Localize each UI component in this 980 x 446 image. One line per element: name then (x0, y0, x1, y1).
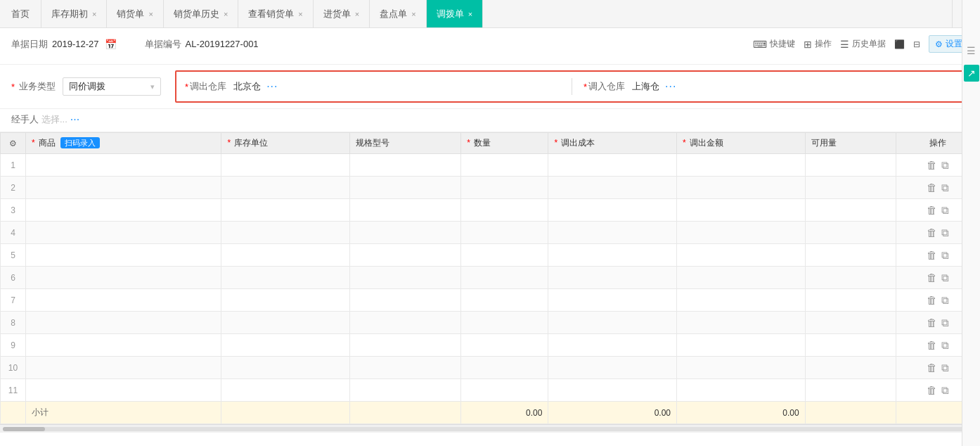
tab-sales-order-close[interactable]: × (148, 10, 153, 18)
row-10-spec[interactable] (350, 357, 461, 379)
row-1-spec[interactable] (350, 154, 461, 177)
shortcuts-btn[interactable]: ⌨ 快捷键 (753, 38, 795, 50)
row-7-quantity[interactable] (461, 289, 548, 312)
row-9-spec[interactable] (350, 334, 461, 357)
row-6-available[interactable] (805, 267, 896, 289)
row-7-copy-btn[interactable]: ⧉ (941, 294, 949, 307)
row-9-delete-btn[interactable]: 🗑 (927, 339, 937, 351)
row-1-unit[interactable] (221, 154, 350, 177)
row-3-amount[interactable] (677, 199, 806, 222)
row-10-unit[interactable] (221, 357, 350, 379)
tab-purchase-order-close[interactable]: × (355, 10, 359, 18)
row-5-quantity[interactable] (461, 244, 548, 267)
row-4-copy-btn[interactable]: ⧉ (941, 227, 949, 239)
row-7-amount[interactable] (677, 289, 806, 312)
row-10-amount[interactable] (677, 357, 806, 379)
row-4-delete-btn[interactable]: 🗑 (927, 227, 937, 238)
row-5-goods[interactable] (26, 244, 221, 267)
row-7-spec[interactable] (350, 289, 461, 312)
row-11-goods[interactable] (26, 379, 221, 402)
row-2-available[interactable] (805, 177, 896, 199)
row-9-amount[interactable] (677, 334, 806, 357)
row-10-quantity[interactable] (461, 357, 548, 379)
row-1-copy-btn[interactable]: ⧉ (941, 159, 949, 172)
row-2-amount[interactable] (677, 177, 806, 199)
row-4-goods[interactable] (26, 222, 221, 244)
row-6-cost[interactable] (548, 267, 677, 289)
row-9-unit[interactable] (221, 334, 350, 357)
scan-btn[interactable]: 扫码录入 (60, 137, 100, 148)
right-expand-icon[interactable]: ↗ (964, 65, 979, 82)
row-8-cost[interactable] (548, 312, 677, 334)
tab-sales-history-close[interactable]: × (224, 10, 228, 18)
business-type-select[interactable]: 同价调拨 ▾ (63, 77, 161, 96)
row-7-delete-btn[interactable]: 🗑 (927, 294, 937, 306)
row-9-quantity[interactable] (461, 334, 548, 357)
row-11-copy-btn[interactable]: ⧉ (941, 384, 949, 397)
row-2-copy-btn[interactable]: ⧉ (941, 181, 949, 194)
tab-view-sales-close[interactable]: × (298, 10, 302, 18)
row-6-amount[interactable] (677, 267, 806, 289)
row-2-delete-btn[interactable]: 🗑 (927, 181, 937, 193)
row-5-cost[interactable] (548, 244, 677, 267)
in-warehouse-more-btn[interactable]: ··· (665, 80, 676, 93)
row-1-delete-btn[interactable]: 🗑 (927, 159, 937, 171)
row-4-cost[interactable] (548, 222, 677, 244)
bottom-scrollbar[interactable] (0, 424, 980, 433)
row-4-amount[interactable] (677, 222, 806, 244)
row-1-goods[interactable] (26, 154, 221, 177)
row-8-available[interactable] (805, 312, 896, 334)
layout-btn1[interactable]: ⬛ (894, 39, 905, 49)
row-3-quantity[interactable] (461, 199, 548, 222)
row-2-spec[interactable] (350, 177, 461, 199)
row-8-quantity[interactable] (461, 312, 548, 334)
row-10-copy-btn[interactable]: ⧉ (941, 362, 949, 374)
row-11-quantity[interactable] (461, 379, 548, 402)
row-7-goods[interactable] (26, 289, 221, 312)
row-4-available[interactable] (805, 222, 896, 244)
row-5-delete-btn[interactable]: 🗑 (927, 249, 937, 261)
row-7-cost[interactable] (548, 289, 677, 312)
row-3-available[interactable] (805, 199, 896, 222)
row-5-unit[interactable] (221, 244, 350, 267)
tab-view-sales[interactable]: 查看销货单 × (238, 0, 313, 27)
row-4-spec[interactable] (350, 222, 461, 244)
row-2-quantity[interactable] (461, 177, 548, 199)
tab-purchase-order[interactable]: 进货单 × (314, 0, 370, 27)
row-1-amount[interactable] (677, 154, 806, 177)
tab-sales-order[interactable]: 销货单 × (107, 0, 163, 27)
calendar-icon[interactable]: 📅 (105, 39, 117, 50)
row-8-goods[interactable] (26, 312, 221, 334)
row-6-copy-btn[interactable]: ⧉ (941, 272, 949, 284)
tab-inventory-init[interactable]: 库存期初 × (41, 0, 107, 27)
row-6-quantity[interactable] (461, 267, 548, 289)
operations-btn[interactable]: ⊞ 操作 (804, 38, 832, 50)
row-3-unit[interactable] (221, 199, 350, 222)
row-11-cost[interactable] (548, 379, 677, 402)
row-5-available[interactable] (805, 244, 896, 267)
row-6-goods[interactable] (26, 267, 221, 289)
gear-col-header[interactable]: ⚙ (1, 133, 26, 154)
row-11-unit[interactable] (221, 379, 350, 402)
row-3-delete-btn[interactable]: 🗑 (927, 204, 937, 216)
out-warehouse-more-btn[interactable]: ··· (266, 80, 278, 93)
row-8-delete-btn[interactable]: 🗑 (927, 317, 937, 329)
person-more-btn[interactable]: ··· (70, 113, 79, 126)
row-1-cost[interactable] (548, 154, 677, 177)
history-btn[interactable]: ☰ 历史单据 (840, 38, 886, 50)
row-7-available[interactable] (805, 289, 896, 312)
row-9-cost[interactable] (548, 334, 677, 357)
row-10-goods[interactable] (26, 357, 221, 379)
row-10-cost[interactable] (548, 357, 677, 379)
row-3-copy-btn[interactable]: ⧉ (941, 204, 949, 217)
row-9-goods[interactable] (26, 334, 221, 357)
tab-sales-history[interactable]: 销货单历史 × (164, 0, 238, 27)
row-10-available[interactable] (805, 357, 896, 379)
row-5-copy-btn[interactable]: ⧉ (941, 249, 949, 262)
row-11-available[interactable] (805, 379, 896, 402)
tab-inventory-count[interactable]: 盘点单 × (370, 0, 426, 27)
row-8-spec[interactable] (350, 312, 461, 334)
row-8-copy-btn[interactable]: ⧉ (941, 317, 949, 329)
tab-home[interactable]: 首页 (0, 0, 41, 27)
right-list-icon[interactable]: ☰ (964, 42, 979, 59)
